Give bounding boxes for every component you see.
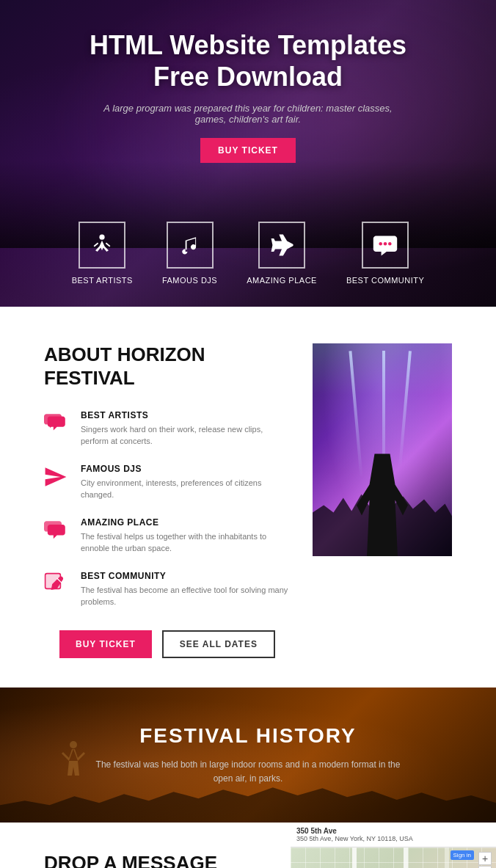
crowd-silhouette-icon (59, 739, 88, 783)
about-item-content-best-artists: BEST ARTISTS Singers work hard on their … (81, 410, 291, 448)
hero-icon-famous-djs: FAMOUS DJs (162, 222, 217, 285)
see-all-dates-button[interactable]: SEE ALL DATES (162, 630, 275, 658)
about-chat-icon-1 (44, 410, 70, 437)
hero-icons-row: BEST ARTISTS FAMOUS DJs AMAZING PLACE (0, 222, 496, 307)
best-community-icon-box (362, 222, 409, 269)
map-road-vertical-1 (352, 847, 357, 868)
svg-point-0 (100, 235, 105, 240)
map-zoom-controls[interactable]: + − (478, 852, 492, 868)
hero-buy-ticket-button[interactable]: BUY TICKET (200, 138, 296, 163)
amazing-place-icon-box (258, 222, 305, 269)
hero-subtitle: A large program was prepared this year f… (94, 103, 402, 125)
map-road-vertical-3 (445, 847, 449, 868)
about-buy-ticket-button[interactable]: BUY TICKET (59, 630, 152, 658)
about-chat-icon-2 (44, 517, 70, 544)
hero-icon-best-artists: BEST ARTISTS (72, 222, 133, 285)
about-item-best-community: BEST COMMUNITY The festival has become a… (44, 571, 291, 608)
famous-djs-label: FAMOUS DJs (162, 276, 217, 285)
edit-icon (44, 572, 68, 596)
about-item-content-famous-djs: FAMOUS DJs City environment, interests, … (81, 464, 291, 501)
map-container: 350 5th Ave 350 5th Ave, New York, NY 10… (291, 823, 496, 868)
about-best-artists-text: Singers work hard on their work, release… (81, 423, 291, 448)
about-item-content-best-community: BEST COMMUNITY The festival has become a… (81, 571, 291, 608)
about-section: ABOUT HORIZONFESTIVAL BEST ARTISTS Singe… (0, 307, 496, 687)
chat-double-icon (44, 412, 68, 435)
about-famous-djs-text: City environment, interests, preferences… (81, 477, 291, 501)
best-artists-icon-box (79, 222, 125, 269)
music-note-icon (177, 232, 203, 258)
about-item-best-artists: BEST ARTISTS Singers work hard on their … (44, 410, 291, 448)
best-community-label: BEST COMMUNITY (346, 276, 424, 285)
about-item-famous-djs: FAMOUS DJs City environment, interests, … (44, 464, 291, 501)
about-concert-image (313, 343, 452, 556)
hero-icon-best-community: BEST COMMUNITY (346, 222, 424, 285)
about-best-artists-title: BEST ARTISTS (81, 410, 291, 420)
airplane-icon (269, 232, 295, 258)
svg-point-4 (384, 242, 387, 246)
about-pencil-icon (44, 571, 70, 597)
history-section: FESTIVAL HISTORY The festival was held b… (0, 688, 496, 823)
map-address-sub: 350 5th Ave, New York, NY 10118, USA (296, 835, 490, 842)
about-arrow-icon (44, 464, 70, 490)
amazing-place-label: AMAZING PLACE (247, 276, 317, 285)
dancer-icon (89, 232, 115, 258)
chat-bubble-icon (372, 232, 398, 258)
hero-icon-amazing-place: AMAZING PLACE (247, 222, 317, 285)
famous-djs-icon-box (167, 222, 214, 269)
svg-point-3 (379, 242, 383, 246)
paper-plane-icon (44, 465, 68, 489)
contact-form-area: DROP A MESSAGE Phone: +1 (0) 000 0000 00… (0, 823, 291, 868)
svg-line-2 (106, 244, 110, 247)
about-image-container (313, 343, 452, 657)
speech-bubble-icon (44, 519, 68, 542)
map-placeholder: 350 5th Ave 350 5th Ave, New York, NY 10… (291, 823, 496, 868)
svg-line-1 (94, 244, 98, 247)
about-buttons: BUY TICKET SEE ALL DATES (44, 630, 291, 658)
about-left: ABOUT HORIZONFESTIVAL BEST ARTISTS Singe… (44, 343, 291, 657)
map-zoom-in-button[interactable]: + (478, 852, 492, 865)
svg-point-5 (388, 242, 392, 246)
about-item-content-amazing-place: AMAZING PLACE The festival helps us toge… (81, 517, 291, 555)
about-item-amazing-place: AMAZING PLACE The festival helps us toge… (44, 517, 291, 555)
about-title: ABOUT HORIZONFESTIVAL (44, 343, 291, 389)
about-best-community-title: BEST COMMUNITY (81, 571, 291, 581)
about-amazing-place-text: The festival helps us together with the … (81, 530, 291, 555)
about-best-community-text: The festival has become an effective too… (81, 584, 291, 608)
history-text: The festival was held both in large indo… (87, 758, 409, 786)
map-address-title: 350 5th Ave (296, 827, 490, 835)
svg-point-9 (70, 741, 77, 748)
map-signin-badge: Sign in (451, 850, 474, 860)
about-famous-djs-title: FAMOUS DJs (81, 464, 291, 474)
about-amazing-place-title: AMAZING PLACE (81, 517, 291, 528)
map-road-vertical-2 (404, 847, 408, 868)
contact-section: DROP A MESSAGE Phone: +1 (0) 000 0000 00… (0, 823, 496, 868)
hero-title: HTML Website TemplatesFree Download (90, 29, 406, 92)
best-artists-label: BEST ARTISTS (72, 276, 133, 285)
history-title: FESTIVAL HISTORY (139, 724, 356, 748)
map-body[interactable]: + − Sign in (291, 847, 496, 868)
map-header: 350 5th Ave 350 5th Ave, New York, NY 10… (291, 823, 496, 847)
contact-title: DROP A MESSAGE (44, 852, 261, 868)
hero-section: HTML Website TemplatesFree Download A la… (0, 0, 496, 307)
